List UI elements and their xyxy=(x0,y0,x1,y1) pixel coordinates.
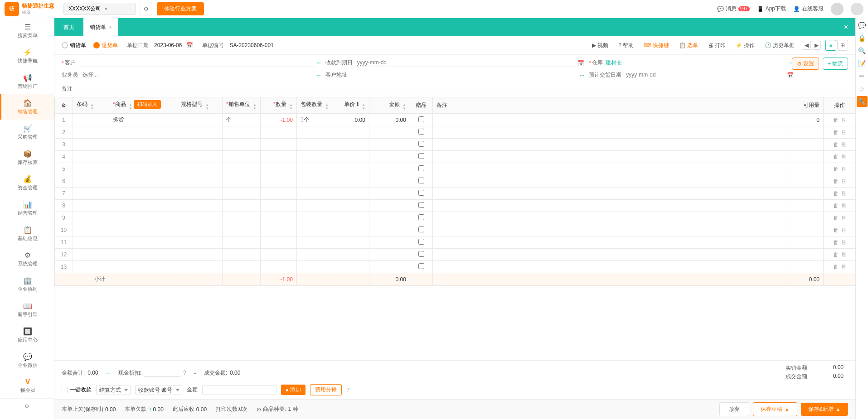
row-gift[interactable] xyxy=(410,249,432,261)
copy-row-icon[interactable]: ⎘ xyxy=(842,154,845,160)
tab-home[interactable]: 首页 xyxy=(54,18,83,36)
avatar[interactable] xyxy=(831,3,844,15)
row-note[interactable] xyxy=(432,200,787,212)
delete-row-icon[interactable]: 🗑 xyxy=(833,154,839,160)
row-spec[interactable] xyxy=(177,212,223,224)
sidebar-item-enterprise[interactable]: 🏢 企业协同 xyxy=(0,272,54,297)
toolbar-video[interactable]: ▶ 视频 xyxy=(589,41,611,50)
delete-row-icon[interactable]: 🗑 xyxy=(833,178,839,184)
row-price[interactable]: 0.00 xyxy=(333,114,369,126)
right-panel-highlight[interactable]: 🔧 xyxy=(857,96,868,107)
copy-row-icon[interactable]: ⎘ xyxy=(842,166,845,172)
copy-row-icon[interactable]: ⎘ xyxy=(842,129,845,135)
row-product[interactable] xyxy=(109,175,177,188)
warehouse-value[interactable]: 建材仓 xyxy=(606,59,622,67)
row-barcode[interactable] xyxy=(73,212,109,224)
one-click-payment-checkbox[interactable]: 一键收款 xyxy=(62,386,92,394)
qty-sort-icon[interactable]: ▲▼ xyxy=(289,103,293,111)
copy-row-icon[interactable]: ⎘ xyxy=(842,264,845,270)
next-record-button[interactable]: ▶ xyxy=(812,41,821,50)
row-qty[interactable] xyxy=(260,163,296,175)
copy-row-icon[interactable]: ⎘ xyxy=(842,202,845,209)
row-product[interactable] xyxy=(109,249,177,261)
row-qty[interactable] xyxy=(260,126,296,139)
delete-row-icon[interactable]: 🗑 xyxy=(833,190,839,197)
row-gift[interactable] xyxy=(410,126,432,139)
row-qty[interactable] xyxy=(260,188,296,200)
list-view-button[interactable]: ≡ xyxy=(825,40,836,51)
avatar2[interactable] xyxy=(851,3,863,15)
row-spec[interactable] xyxy=(177,126,223,139)
date-calendar-icon[interactable]: 📅 xyxy=(186,42,193,48)
row-note[interactable] xyxy=(432,236,787,249)
sidebar-item-quicknav[interactable]: ⚡ 快捷导航 xyxy=(0,43,54,69)
copy-row-icon[interactable]: ⎘ xyxy=(842,215,845,221)
row-note[interactable] xyxy=(432,261,787,273)
row-product[interactable] xyxy=(109,139,177,151)
row-spec[interactable] xyxy=(177,163,223,175)
grid-view-button[interactable]: ⊞ xyxy=(837,40,848,51)
sidebar-item-vip[interactable]: V 畅会员 xyxy=(0,373,54,398)
row-price[interactable] xyxy=(333,126,369,139)
row-product[interactable] xyxy=(109,163,177,175)
row-product[interactable] xyxy=(109,126,177,139)
row-product[interactable] xyxy=(109,236,177,249)
row-price[interactable] xyxy=(333,249,369,261)
row-qty[interactable]: -1.00 xyxy=(260,114,296,126)
row-qty[interactable] xyxy=(260,212,296,224)
salesperson-more-icon[interactable]: ··· xyxy=(316,72,321,78)
toolbar-operate[interactable]: ⚡ 操作 xyxy=(733,41,757,50)
row-barcode[interactable] xyxy=(73,261,109,273)
row-note[interactable] xyxy=(432,163,787,175)
row-price[interactable] xyxy=(333,163,369,175)
right-panel-edit[interactable]: ✏ xyxy=(857,71,868,82)
row-price[interactable] xyxy=(333,200,369,212)
row-barcode[interactable] xyxy=(73,126,109,139)
row-barcode[interactable] xyxy=(73,224,109,236)
cash-discount-input[interactable] xyxy=(144,369,180,377)
payment-checkbox[interactable] xyxy=(62,387,68,393)
discard-button[interactable]: 放弃 xyxy=(719,402,749,416)
right-panel-search[interactable]: 🔍 xyxy=(857,45,868,56)
copy-row-icon[interactable]: ⎘ xyxy=(842,117,845,123)
company-selector[interactable]: XXXXXX公司 ▼ xyxy=(63,3,136,15)
row-gift[interactable] xyxy=(410,188,432,200)
row-product[interactable]: 拆货 xyxy=(109,114,177,126)
sidebar-item-sales[interactable]: 🏠 销售管理 xyxy=(0,94,54,120)
pkgqty-sort-icon[interactable]: ▲▼ xyxy=(325,103,329,111)
messages-button[interactable]: 💬 消息 99+ xyxy=(717,5,750,13)
expected-date-calendar-icon[interactable]: 📅 xyxy=(787,72,794,78)
row-note[interactable] xyxy=(432,224,787,236)
due-date-input[interactable] xyxy=(355,58,576,67)
save-draft-button[interactable]: 保存草稿 ▲ xyxy=(753,402,797,416)
row-barcode[interactable] xyxy=(73,151,109,163)
refresh-icon[interactable]: ⊙ xyxy=(257,406,261,413)
row-spec[interactable] xyxy=(177,151,223,163)
total-due-help-icon[interactable]: ? xyxy=(148,407,151,412)
delete-row-icon[interactable]: 🗑 xyxy=(833,202,839,209)
row-price[interactable] xyxy=(333,175,369,188)
row-note[interactable] xyxy=(432,126,787,139)
row-note[interactable] xyxy=(432,114,787,126)
right-panel-messages[interactable]: 💬 xyxy=(857,20,868,31)
sidebar-item-marketing[interactable]: 📢 营销推广 xyxy=(0,69,54,94)
customer-input[interactable] xyxy=(78,58,315,67)
row-spec[interactable] xyxy=(177,249,223,261)
row-product[interactable] xyxy=(109,261,177,273)
sidebar-bottom-settings[interactable]: ⚙ xyxy=(0,399,54,414)
row-price[interactable] xyxy=(333,139,369,151)
row-price[interactable] xyxy=(333,261,369,273)
tab-close-icon[interactable]: × xyxy=(109,24,112,30)
sidebar-item-guide[interactable]: 📖 新手引导 xyxy=(0,297,54,323)
payment-method-select[interactable]: 结算方式 xyxy=(96,385,131,395)
row-barcode[interactable] xyxy=(73,114,109,126)
trial-button[interactable]: 体验行业方案 xyxy=(157,2,204,15)
row-price[interactable] xyxy=(333,212,369,224)
delete-row-icon[interactable]: 🗑 xyxy=(833,215,839,221)
salesperson-input[interactable] xyxy=(81,71,315,79)
row-spec[interactable] xyxy=(177,175,223,188)
row-qty[interactable] xyxy=(260,261,296,273)
toolbar-print[interactable]: 🖨 打印 xyxy=(705,41,728,50)
right-panel-notes[interactable]: 📝 xyxy=(857,58,868,69)
row-product[interactable] xyxy=(109,212,177,224)
